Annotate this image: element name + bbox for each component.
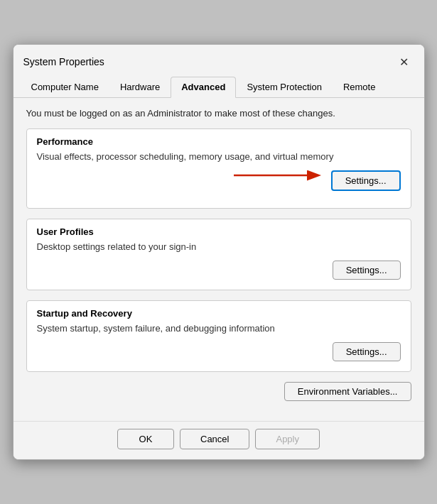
dialog-footer: OK Cancel Apply: [14, 421, 424, 459]
performance-section: Performance Visual effects, processor sc…: [26, 128, 411, 209]
cancel-button[interactable]: Cancel: [180, 429, 249, 449]
tab-bar: Computer Name Hardware Advanced System P…: [14, 72, 424, 98]
title-bar: System Properties ✕: [14, 45, 424, 72]
close-button[interactable]: ✕: [394, 52, 414, 72]
info-text: You must be logged on as an Administrato…: [26, 108, 411, 119]
red-arrow-icon: [234, 165, 326, 186]
ok-button[interactable]: OK: [117, 429, 174, 449]
apply-button[interactable]: Apply: [255, 429, 320, 449]
user-profiles-settings-button[interactable]: Settings...: [333, 261, 401, 280]
user-profiles-title: User Profiles: [37, 226, 401, 237]
performance-title: Performance: [37, 136, 401, 147]
env-variables-row: Environment Variables...: [26, 382, 411, 401]
tab-hardware[interactable]: Hardware: [109, 77, 171, 98]
startup-recovery-settings-button[interactable]: Settings...: [333, 342, 401, 361]
performance-desc: Visual effects, processor scheduling, me…: [37, 151, 401, 162]
environment-variables-button[interactable]: Environment Variables...: [284, 382, 411, 401]
user-profiles-section: User Profiles Desktop settings related t…: [26, 219, 411, 290]
performance-btn-row: Settings...: [37, 170, 401, 191]
startup-recovery-desc: System startup, system failure, and debu…: [37, 323, 401, 334]
dialog-title: System Properties: [23, 56, 104, 67]
system-properties-dialog: System Properties ✕ Computer Name Hardwa…: [13, 44, 425, 460]
startup-recovery-title: Startup and Recovery: [37, 308, 401, 319]
tab-remote[interactable]: Remote: [333, 77, 387, 98]
tab-content: You must be logged on as an Administrato…: [14, 98, 424, 421]
startup-recovery-section: Startup and Recovery System startup, sys…: [26, 300, 411, 372]
startup-recovery-btn-row: Settings...: [37, 342, 401, 361]
tab-computer-name[interactable]: Computer Name: [21, 77, 109, 98]
user-profiles-btn-row: Settings...: [37, 261, 401, 280]
performance-settings-button[interactable]: Settings...: [331, 170, 401, 191]
tab-system-protection[interactable]: System Protection: [236, 77, 333, 98]
user-profiles-desc: Desktop settings related to your sign-in: [37, 241, 401, 252]
tab-advanced[interactable]: Advanced: [171, 77, 236, 98]
